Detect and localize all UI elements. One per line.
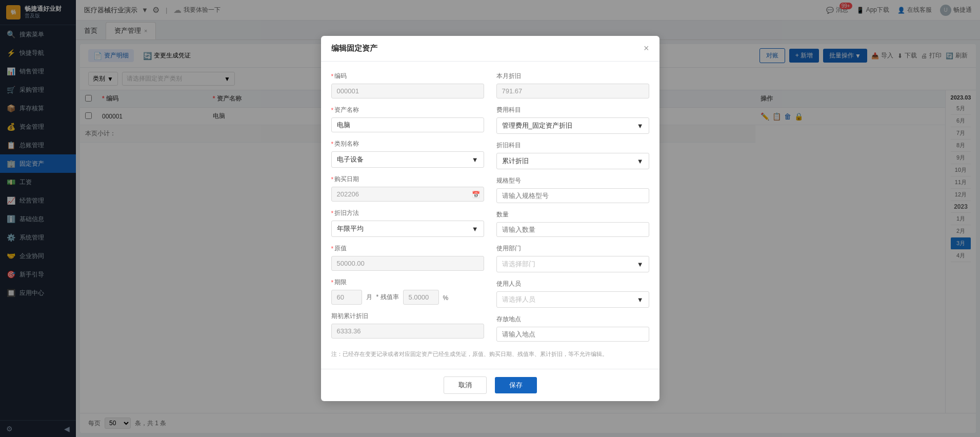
dep-method-select[interactable]: 年限平均 ▼ (331, 221, 484, 237)
residual-rate-input[interactable] (403, 290, 439, 305)
modal-close-btn[interactable]: × (644, 43, 649, 54)
modal-body: * 编码 * 资产名称 (321, 62, 659, 369)
asset-name-label: * 资产名称 (331, 106, 484, 114)
quantity-input[interactable] (496, 222, 649, 237)
period-input[interactable] (331, 290, 362, 305)
form-col-right: 本月折旧 费用科目 管理费用_固定资产折旧 ▼ (496, 72, 649, 342)
dep-account-label: 折旧科目 (496, 141, 649, 150)
dept-select-icon: ▼ (637, 261, 644, 268)
asset-name-input[interactable] (331, 117, 484, 132)
modal-title: 编辑固定资产 (331, 44, 377, 53)
category-select-icon: ▼ (472, 156, 478, 164)
form-row-spec: 规格型号 (496, 176, 649, 203)
form-row-initial-dep: 期初累计折旧 (331, 312, 484, 339)
user-select-icon: ▼ (637, 296, 644, 304)
form-row-period-residual: * 期限 月 * 残值率 % (331, 278, 484, 305)
save-btn[interactable]: 保存 (495, 377, 537, 393)
dep-method-select-icon: ▼ (472, 225, 478, 233)
form-row-monthly-dep: 本月折旧 (496, 72, 649, 98)
modal-header: 编辑固定资产 × (321, 36, 659, 62)
form-row-location: 存放地点 (496, 315, 649, 342)
location-input[interactable] (496, 327, 649, 342)
form-row-quantity: 数量 (496, 210, 649, 237)
original-value-input[interactable] (331, 256, 484, 271)
form-row-code: * 编码 (331, 72, 484, 98)
form-row-original-value: * 原值 (331, 244, 484, 271)
purchase-date-label: * 购买日期 (331, 175, 484, 184)
form-row-dep-account: 折旧科目 累计折旧 ▼ (496, 141, 649, 169)
expense-account-label: 费用科目 (496, 106, 649, 114)
dep-method-label: * 折旧方法 (331, 209, 484, 217)
initial-dep-label: 期初累计折旧 (331, 312, 484, 321)
modal-overlay: 编辑固定资产 × * 编码 (0, 0, 980, 437)
form-row-dep-method: * 折旧方法 年限平均 ▼ (331, 209, 484, 237)
code-input[interactable] (331, 84, 484, 98)
form-row-purchase-date: * 购买日期 📅 (331, 175, 484, 202)
spec-input[interactable] (496, 188, 649, 203)
form-row-category: * 类别名称 电子设备 ▼ (331, 140, 484, 168)
expense-account-select[interactable]: 管理费用_固定资产折旧 ▼ (496, 117, 649, 134)
quantity-label: 数量 (496, 210, 649, 219)
modal-footer: 取消 保存 (321, 369, 659, 401)
cancel-btn[interactable]: 取消 (444, 376, 487, 394)
purchase-date-wrapper: 📅 (331, 187, 484, 202)
original-value-label: * 原值 (331, 244, 484, 253)
category-name-label: * 类别名称 (331, 140, 484, 148)
period-label: * 期限 (331, 278, 484, 287)
expense-account-select-icon: ▼ (637, 122, 644, 130)
form-col-left: * 编码 * 资产名称 (331, 72, 484, 342)
dept-select[interactable]: 请选择部门 ▼ (496, 256, 649, 272)
modal-note: 注：已经存在变更记录或者对应固定资产已经生成凭证，原值、购买日期、残值率、累计折… (331, 350, 649, 359)
purchase-date-input[interactable] (331, 187, 484, 202)
form-row-user: 使用人员 请选择人员 ▼ (496, 280, 649, 308)
calendar-icon[interactable]: 📅 (472, 190, 480, 198)
period-residual-inline: 月 * 残值率 % (331, 290, 484, 305)
edit-asset-modal: 编辑固定资产 × * 编码 (321, 36, 659, 401)
monthly-dep-label: 本月折旧 (496, 72, 649, 81)
form-row-dept: 使用部门 请选择部门 ▼ (496, 244, 649, 272)
modal-form-grid: * 编码 * 资产名称 (331, 72, 649, 342)
dep-account-select[interactable]: 累计折旧 ▼ (496, 153, 649, 169)
user-select[interactable]: 请选择人员 ▼ (496, 291, 649, 308)
location-label: 存放地点 (496, 315, 649, 324)
form-row-expense-account: 费用科目 管理费用_固定资产折旧 ▼ (496, 106, 649, 134)
form-row-asset-name: * 资产名称 (331, 106, 484, 132)
user-label: 使用人员 (496, 280, 649, 288)
category-select[interactable]: 电子设备 ▼ (331, 151, 484, 168)
code-label: * 编码 (331, 72, 484, 81)
dept-label: 使用部门 (496, 244, 649, 253)
monthly-dep-input (496, 84, 649, 98)
spec-label: 规格型号 (496, 176, 649, 185)
initial-dep-input[interactable] (331, 324, 484, 339)
dep-account-select-icon: ▼ (637, 157, 644, 165)
